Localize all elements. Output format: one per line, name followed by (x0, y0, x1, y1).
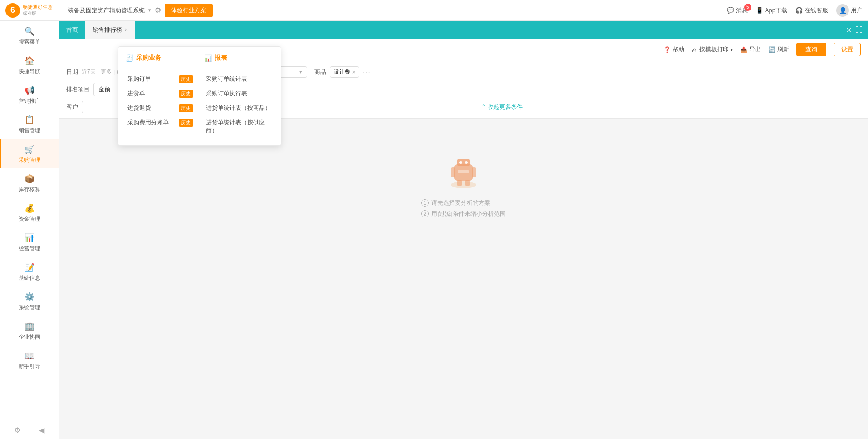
report-col: 📊 报表 采购订单统计表 采购订单执行表 进货单统计表（按商品） 进货单统计表（… (204, 54, 273, 138)
sidebar-item-label: 企业协同 (19, 333, 40, 341)
sidebar-item-label: 新手引导 (19, 363, 40, 370)
print-dropdown-icon: ▾ (731, 47, 733, 52)
message-action[interactable]: 💬 消息 5 (727, 6, 748, 15)
history-tag: 历史 (179, 90, 193, 98)
empty-illustration (441, 146, 486, 192)
svg-rect-2 (457, 159, 470, 166)
rank-label: 排名项目 (66, 85, 90, 94)
svg-point-3 (459, 161, 462, 164)
inventory-icon: 📦 (24, 174, 34, 184)
sales-icon: 📋 (24, 115, 34, 125)
sidebar-item-system[interactable]: ⚙️ 系统管理 (0, 286, 59, 316)
finance-icon: 💰 (24, 203, 34, 213)
svg-rect-8 (465, 180, 470, 186)
query-button[interactable]: 查询 (796, 43, 826, 56)
goods-stat-by-supplier-item[interactable]: 进货单统计表（按供应商） (204, 115, 273, 138)
customer-label: 客户 (66, 103, 78, 111)
industry-button[interactable]: 体验行业方案 (165, 4, 213, 17)
svg-point-4 (465, 161, 468, 164)
sidebar-item-finance[interactable]: 💰 资金管理 (0, 198, 59, 227)
sidebar-item-marketing[interactable]: 📢 营销推广 (0, 80, 59, 109)
top-bar: 6 畅捷通好生意 标准版 装备及固定资产辅助管理系统 ▾ ⚙ 体验行业方案 💬 … (0, 0, 868, 21)
print-icon: 🖨 (692, 46, 697, 53)
report-title: 📊 报表 (204, 54, 273, 66)
collapse-icon: ⌃ (481, 104, 486, 110)
home-icon: 🏠 (24, 56, 34, 66)
sidebar-item-operations[interactable]: 📊 经营管理 (0, 227, 59, 257)
goods-label: 商品 (314, 68, 326, 76)
empty-step-2: 2 用[过滤]条件来缩小分析范围 (421, 210, 505, 218)
sidebar-item-label: 快捷导航 (19, 68, 40, 75)
purchase-business-col: 🧾 采购业务 采购订单 历史 进货单 历史 进货退货 历史 (126, 54, 195, 138)
sidebar-item-purchase[interactable]: 🛒 采购管理 (0, 139, 59, 168)
sidebar-item-sales[interactable]: 📋 销售管理 (0, 109, 59, 139)
tab-close-all-icon[interactable]: ✕ (846, 26, 852, 35)
purchase-order-exec-item[interactable]: 采购订单执行表 (204, 86, 273, 101)
date-quick-more[interactable]: 更多 (101, 68, 112, 76)
purchase-order-stat-item[interactable]: 采购订单统计表 (204, 72, 273, 86)
sidebar-collapse-icon[interactable]: ◀ (39, 426, 44, 434)
print-button[interactable]: 🖨 按模板打印 ▾ (692, 45, 733, 54)
help-button[interactable]: ❓ 帮助 (663, 45, 684, 54)
tab-close-icon[interactable]: × (125, 27, 128, 33)
phone-icon: 📱 (756, 7, 763, 14)
history-tag: 历史 (179, 75, 193, 83)
goods-return-item[interactable]: 进货退货 历史 (126, 101, 195, 115)
tab-home-label: 首页 (66, 26, 78, 34)
tab-expand-icon[interactable]: ⛶ (855, 26, 863, 34)
system-title-area: 装备及固定资产辅助管理系统 ▾ ⚙ 体验行业方案 (64, 4, 727, 17)
logo-text: 畅捷通好生意 (23, 4, 53, 10)
tab-sales-rank-label: 销售排行榜 (93, 26, 122, 34)
content-scroll: 1 请先选择要分析的方案 2 用[过滤]条件来缩小分析范围 (59, 119, 868, 439)
app-download-action[interactable]: 📱 App下载 (756, 6, 787, 15)
svg-rect-7 (457, 180, 462, 186)
goods-tag: 设计叠 × (330, 66, 359, 78)
tab-sales-rank[interactable]: 销售排行榜 × (85, 21, 135, 39)
user-action[interactable]: 👤 用户 (836, 4, 863, 17)
marketing-icon: 📢 (24, 85, 34, 95)
goods-receipt-item[interactable]: 进货单 历史 (126, 86, 195, 101)
history-tag: 历史 (179, 104, 193, 112)
date-label: 日期 (66, 68, 78, 76)
search-icon: 🔍 (24, 26, 34, 36)
content-area: 首页 销售排行榜 × ✕ ⛶ ❓ 帮助 (59, 21, 868, 439)
guide-icon: 📖 (24, 351, 34, 361)
collapse-button[interactable]: ⌃ 收起更多条件 (481, 103, 523, 111)
sidebar-item-label: 系统管理 (19, 304, 40, 311)
settings-button[interactable]: 设置 (834, 43, 861, 56)
sidebar-item-guide[interactable]: 📖 新手引导 (0, 345, 59, 375)
sidebar-item-inventory[interactable]: 📦 库存核算 (0, 168, 59, 198)
report-title-icon: 📊 (204, 54, 212, 62)
date-quick-7days[interactable]: 近7天 (82, 68, 96, 76)
sidebar-item-enterprise[interactable]: 🏢 企业协同 (0, 316, 59, 345)
dropdown-arrow-icon[interactable]: ▾ (148, 7, 151, 13)
sidebar-item-basic-info[interactable]: 📝 基础信息 (0, 257, 59, 286)
sidebar-item-label: 搜索菜单 (19, 38, 40, 46)
purchase-expense-item[interactable]: 采购费用分摊单 历史 (126, 115, 195, 130)
refresh-button[interactable]: 🔄 刷新 (768, 45, 789, 54)
sidebar-item-quick-nav[interactable]: 🏠 快捷导航 (0, 50, 59, 80)
goods-tag-close-icon[interactable]: × (352, 69, 355, 75)
svg-rect-9 (458, 170, 469, 173)
purchase-dropdown-menu: 🧾 采购业务 采购订单 历史 进货单 历史 进货退货 历史 (118, 46, 281, 146)
goods-stat-by-goods-item[interactable]: 进货单统计表（按商品） (204, 101, 273, 115)
refresh-icon: 🔄 (768, 46, 775, 53)
svg-rect-5 (451, 167, 455, 177)
export-button[interactable]: 📤 导出 (740, 45, 761, 54)
online-service-action[interactable]: 🎧 在线客服 (795, 6, 828, 15)
purchase-title-icon: 🧾 (126, 54, 133, 62)
message-icon: 💬 (727, 7, 734, 14)
sidebar-item-label: 资金管理 (19, 215, 40, 223)
sidebar-item-label: 销售管理 (19, 127, 40, 134)
sidebar-settings-icon[interactable]: ⚙ (14, 426, 20, 434)
purchase-order-item[interactable]: 采购订单 历史 (126, 72, 195, 86)
tab-home[interactable]: 首页 (59, 21, 85, 39)
goods-filter-dots[interactable]: ··· (363, 69, 371, 75)
sidebar-item-search[interactable]: 🔍 搜索菜单 (0, 21, 59, 50)
message-badge: 5 (744, 4, 751, 11)
operations-icon: 📊 (24, 233, 34, 243)
logo-area: 6 畅捷通好生意 标准版 (5, 3, 64, 18)
purchase-business-title: 🧾 采购业务 (126, 54, 195, 66)
settings-icon[interactable]: ⚙ (155, 6, 161, 15)
tabs-bar: 首页 销售排行榜 × ✕ ⛶ (59, 21, 868, 39)
